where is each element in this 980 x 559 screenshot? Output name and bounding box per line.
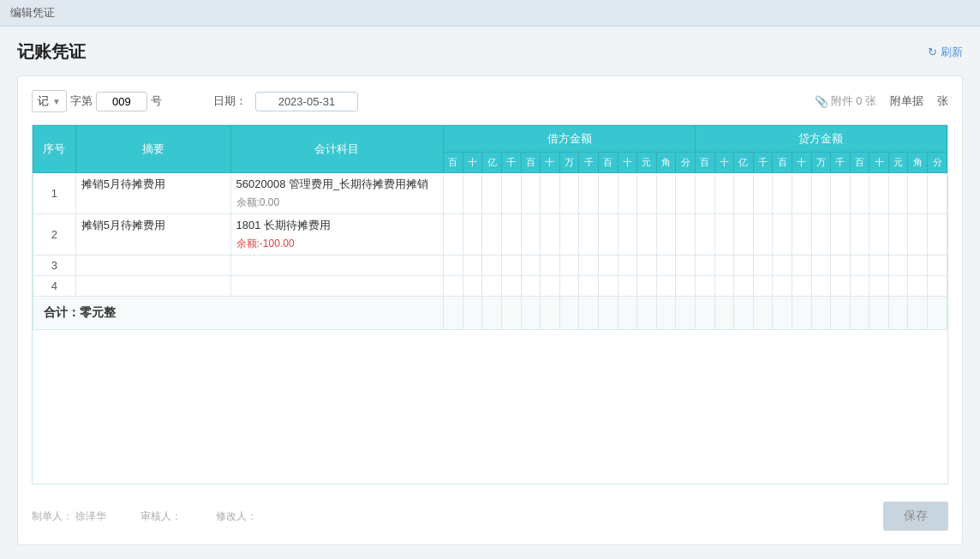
cell-credit-digit[interactable] <box>714 173 734 214</box>
cell-debit-digit[interactable] <box>656 276 676 297</box>
cell-debit-digit[interactable] <box>559 173 579 214</box>
cell-credit-digit[interactable] <box>695 255 714 276</box>
cell-summary[interactable]: 摊销5月待摊费用 <box>75 214 230 255</box>
refresh-button[interactable]: ↻ 刷新 <box>928 45 963 60</box>
cell-credit-digit[interactable] <box>831 214 851 255</box>
cell-debit-digit[interactable] <box>482 255 502 276</box>
cell-credit-digit[interactable] <box>869 276 889 297</box>
cell-credit-digit[interactable] <box>753 214 773 255</box>
cell-debit-digit[interactable] <box>541 173 560 214</box>
cell-credit-digit[interactable] <box>888 255 908 276</box>
cell-debit-digit[interactable] <box>579 255 599 276</box>
cell-debit-digit[interactable] <box>618 255 637 276</box>
cell-debit-digit[interactable] <box>444 255 463 276</box>
cell-credit-digit[interactable] <box>753 173 773 214</box>
voucher-number-input[interactable] <box>96 92 147 111</box>
cell-credit-digit[interactable] <box>792 276 811 297</box>
cell-debit-digit[interactable] <box>482 173 502 214</box>
cell-debit-digit[interactable] <box>598 255 618 276</box>
cell-debit-digit[interactable] <box>618 276 637 297</box>
cell-account[interactable]: 1801 长期待摊费用余额:-100.00 <box>230 214 444 255</box>
cell-credit-digit[interactable] <box>695 214 714 255</box>
cell-account[interactable] <box>230 276 444 297</box>
attach-link[interactable]: 📎 附件 0 张 <box>815 93 876 109</box>
cell-debit-digit[interactable] <box>656 214 676 255</box>
cell-account[interactable]: 56020008 管理费用_长期待摊费用摊销余额:0.00 <box>230 173 444 214</box>
cell-debit-digit[interactable] <box>521 214 541 255</box>
cell-credit-digit[interactable] <box>695 173 714 214</box>
cell-credit-digit[interactable] <box>792 214 811 255</box>
cell-credit-digit[interactable] <box>792 173 811 214</box>
cell-debit-digit[interactable] <box>444 173 463 214</box>
cell-debit-digit[interactable] <box>559 255 579 276</box>
cell-debit-digit[interactable] <box>521 173 541 214</box>
cell-credit-digit[interactable] <box>908 214 928 255</box>
cell-credit-digit[interactable] <box>714 276 734 297</box>
cell-credit-digit[interactable] <box>928 276 947 297</box>
cell-debit-digit[interactable] <box>656 255 676 276</box>
cell-credit-digit[interactable] <box>928 173 947 214</box>
cell-credit-digit[interactable] <box>811 276 831 297</box>
cell-debit-digit[interactable] <box>598 276 618 297</box>
cell-credit-digit[interactable] <box>811 255 831 276</box>
cell-credit-digit[interactable] <box>734 173 754 214</box>
cell-debit-digit[interactable] <box>579 276 599 297</box>
cell-debit-digit[interactable] <box>482 276 502 297</box>
cell-credit-digit[interactable] <box>850 255 869 276</box>
cell-credit-digit[interactable] <box>908 276 928 297</box>
cell-credit-digit[interactable] <box>831 255 851 276</box>
cell-credit-digit[interactable] <box>811 173 831 214</box>
cell-debit-digit[interactable] <box>676 214 696 255</box>
cell-credit-digit[interactable] <box>888 276 908 297</box>
cell-debit-digit[interactable] <box>656 173 676 214</box>
cell-credit-digit[interactable] <box>773 173 792 214</box>
cell-credit-digit[interactable] <box>695 276 714 297</box>
cell-debit-digit[interactable] <box>676 276 696 297</box>
table-row[interactable]: 1摊销5月待摊费用56020008 管理费用_长期待摊费用摊销余额:0.00 <box>33 173 947 214</box>
cell-debit-digit[interactable] <box>598 214 618 255</box>
cell-debit-digit[interactable] <box>463 214 482 255</box>
cell-credit-digit[interactable] <box>928 255 947 276</box>
table-row[interactable]: 2摊销5月待摊费用1801 长期待摊费用余额:-100.00 <box>33 214 947 255</box>
cell-debit-digit[interactable] <box>501 255 521 276</box>
cell-credit-digit[interactable] <box>928 214 947 255</box>
cell-credit-digit[interactable] <box>792 255 811 276</box>
cell-debit-digit[interactable] <box>444 276 463 297</box>
cell-credit-digit[interactable] <box>869 214 889 255</box>
cell-debit-digit[interactable] <box>637 173 657 214</box>
cell-debit-digit[interactable] <box>501 276 521 297</box>
cell-account[interactable] <box>230 255 444 276</box>
cell-debit-digit[interactable] <box>463 255 482 276</box>
cell-debit-digit[interactable] <box>618 173 637 214</box>
cell-credit-digit[interactable] <box>811 214 831 255</box>
cell-credit-digit[interactable] <box>753 255 773 276</box>
cell-credit-digit[interactable] <box>753 276 773 297</box>
attach-single-button[interactable]: 附单据 <box>890 93 923 109</box>
cell-credit-digit[interactable] <box>714 255 734 276</box>
cell-credit-digit[interactable] <box>734 255 754 276</box>
cell-credit-digit[interactable] <box>714 214 734 255</box>
cell-credit-digit[interactable] <box>850 173 869 214</box>
table-row[interactable]: 3 <box>33 255 947 276</box>
voucher-type-select[interactable]: 记 ▼ <box>32 90 67 112</box>
table-row[interactable]: 4 <box>33 276 947 297</box>
date-input[interactable] <box>255 92 358 111</box>
save-button[interactable]: 保存 <box>883 502 948 531</box>
cell-debit-digit[interactable] <box>559 276 579 297</box>
cell-debit-digit[interactable] <box>637 255 657 276</box>
cell-credit-digit[interactable] <box>908 255 928 276</box>
cell-credit-digit[interactable] <box>773 255 792 276</box>
cell-debit-digit[interactable] <box>637 214 657 255</box>
cell-debit-digit[interactable] <box>676 173 696 214</box>
cell-summary[interactable]: 摊销5月待摊费用 <box>75 173 230 214</box>
cell-debit-digit[interactable] <box>521 276 541 297</box>
cell-credit-digit[interactable] <box>888 173 908 214</box>
cell-debit-digit[interactable] <box>618 214 637 255</box>
cell-credit-digit[interactable] <box>773 276 792 297</box>
cell-summary[interactable] <box>75 276 230 297</box>
cell-debit-digit[interactable] <box>579 214 599 255</box>
cell-credit-digit[interactable] <box>773 214 792 255</box>
cell-summary[interactable] <box>75 255 230 276</box>
cell-credit-digit[interactable] <box>831 276 851 297</box>
cell-credit-digit[interactable] <box>908 173 928 214</box>
